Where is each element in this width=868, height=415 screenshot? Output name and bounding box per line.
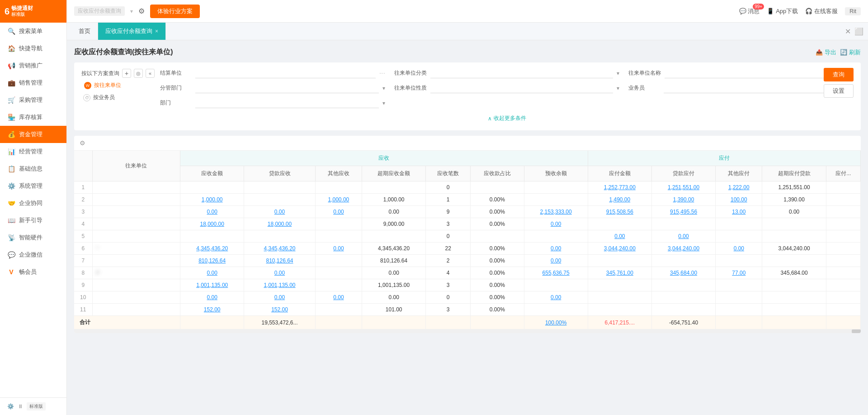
row-cell[interactable] (716, 304, 762, 316)
row-cell[interactable] (588, 279, 651, 291)
row-cell[interactable] (244, 194, 315, 206)
row-cell[interactable] (524, 304, 588, 316)
row-cell[interactable] (315, 218, 362, 230)
row-cell[interactable]: 810,126.64 (180, 255, 244, 267)
row-cell[interactable] (588, 255, 651, 267)
sidebar-item-collab[interactable]: 🤝 企业协同 (0, 195, 66, 212)
row-cell[interactable] (180, 230, 244, 243)
filter-collapse-icon[interactable]: « (146, 69, 155, 78)
filter-dots-settlement[interactable]: ··· (379, 69, 385, 77)
row-cell[interactable] (315, 279, 362, 291)
row-cell[interactable] (524, 230, 588, 243)
row-cell[interactable]: 0.00 (244, 206, 315, 218)
row-cell[interactable]: 0.00 (524, 291, 588, 304)
filter-chevron-partner-type[interactable]: ▾ (617, 70, 619, 76)
row-cell[interactable]: 0.00 (651, 230, 715, 243)
sidebar-item-system[interactable]: ⚙️ 系统管理 (0, 177, 66, 195)
message-badge[interactable]: 💬 消息 99+ (739, 7, 760, 15)
row-cell[interactable] (716, 279, 762, 291)
sidebar-item-basic[interactable]: 📋 基础信息 (0, 160, 66, 177)
settings-icon[interactable]: ⚙️ (7, 403, 14, 410)
table-gear-icon[interactable]: ⚙ (80, 139, 85, 147)
sidebar-item-hardware[interactable]: 📡 智能硬件 (0, 229, 66, 246)
row-cell[interactable]: 77.00 (716, 267, 762, 279)
row-cell[interactable] (315, 230, 362, 243)
row-cell[interactable] (244, 230, 315, 243)
row-cell[interactable]: 152.00 (244, 304, 315, 316)
row-cell[interactable]: 100.00 (716, 194, 762, 206)
row-cell[interactable] (524, 194, 588, 206)
row-cell[interactable]: 1,001,135.00 (244, 279, 315, 291)
sidebar-item-purchase[interactable]: 🛒 采购管理 (0, 91, 66, 109)
row-cell[interactable]: 3,044,240.00 (588, 243, 651, 255)
window-max-icon[interactable]: ⬜ (854, 27, 863, 36)
refresh-button[interactable]: 🔄 刷新 (840, 48, 861, 57)
row-cell[interactable]: 0.00 (524, 255, 588, 267)
row-cell[interactable]: 4,345,436.20 (244, 243, 315, 255)
filter-input-partner-nature[interactable] (430, 83, 613, 93)
sidebar-item-marketing[interactable]: 📢 营销推广 (0, 57, 66, 74)
row-cell[interactable]: 345,761.00 (588, 267, 651, 279)
row-cell[interactable] (524, 279, 588, 291)
row-cell[interactable] (651, 304, 715, 316)
sidebar-item-warehouse[interactable]: 🏪 库存核算 (0, 109, 66, 126)
filter-input-settlement[interactable] (195, 68, 376, 78)
row-cell[interactable] (651, 279, 715, 291)
export-button[interactable]: 📤 导出 (816, 48, 836, 57)
tab-home[interactable]: 首页 (71, 23, 98, 40)
filter-chevron-sub-dept[interactable]: ▾ (382, 100, 385, 106)
row-cell[interactable]: 18,000.00 (180, 218, 244, 230)
tab-ar-query[interactable]: 应收应付余额查询 × (98, 23, 166, 40)
sidebar-item-guide[interactable]: 📖 新手引导 (0, 212, 66, 229)
horizontal-scrollbar[interactable] (74, 329, 861, 333)
collapse-bar[interactable]: ∧ 收起更多条件 (160, 112, 854, 125)
row-cell[interactable]: 1,000.00 (315, 194, 362, 206)
row-cell[interactable]: 1,001,135.00 (180, 279, 244, 291)
filter-input-sub-dept[interactable] (195, 98, 379, 108)
row-cell[interactable]: 0.00 (315, 291, 362, 304)
row-cell[interactable]: 3,044,240.00 (651, 243, 715, 255)
window-close-icon[interactable]: ✕ (845, 27, 851, 36)
row-cell[interactable] (716, 230, 762, 243)
set-button[interactable]: 设置 (824, 84, 854, 98)
pause-icon[interactable]: ⏸ (18, 403, 23, 410)
tab-close-icon[interactable]: × (155, 28, 158, 34)
filter-tab-partner[interactable]: W 按往来单位 (81, 81, 155, 90)
row-cell[interactable]: 1,390.00 (651, 194, 715, 206)
row-cell[interactable] (651, 218, 715, 230)
row-cell[interactable]: 0.00 (244, 291, 315, 304)
row-cell[interactable] (315, 267, 362, 279)
row-cell[interactable]: 0.00 (180, 291, 244, 304)
row-cell[interactable]: 4,345,436.20 (180, 243, 244, 255)
row-cell[interactable]: 345,684.00 (651, 267, 715, 279)
row-cell[interactable]: 0.00 (315, 206, 362, 218)
row-cell[interactable] (315, 255, 362, 267)
row-cell[interactable]: 1,490.00 (588, 194, 651, 206)
row-cell[interactable]: 0.00 (315, 243, 362, 255)
row-cell[interactable]: 810,126.64 (244, 255, 315, 267)
filter-tab-salesman[interactable]: ⏱ 按业务员 (81, 93, 155, 102)
row-cell[interactable] (716, 291, 762, 304)
topbar-gear-icon[interactable]: ⚙ (138, 7, 145, 15)
row-cell[interactable]: 0.00 (244, 267, 315, 279)
filter-input-salesman[interactable] (664, 83, 844, 93)
row-cell[interactable]: 915,495.56 (651, 206, 715, 218)
row-cell[interactable]: 1,251,551.00 (651, 181, 715, 194)
row-cell[interactable] (651, 255, 715, 267)
row-cell[interactable] (716, 218, 762, 230)
row-cell[interactable] (651, 291, 715, 304)
filter-add-icon[interactable]: + (122, 69, 131, 78)
row-cell[interactable] (588, 291, 651, 304)
footer-ar-prepay[interactable]: 100.00% (524, 316, 588, 329)
row-cell[interactable]: 152.00 (180, 304, 244, 316)
sidebar-item-wechat[interactable]: 💬 企业微信 (0, 246, 66, 263)
sidebar-item-operations[interactable]: 📊 经营管理 (0, 143, 66, 160)
sidebar-item-member[interactable]: V 畅会员 (0, 263, 66, 281)
filter-chevron-partner-nature[interactable]: ▾ (617, 85, 619, 91)
row-cell[interactable]: 0.00 (588, 230, 651, 243)
row-cell[interactable]: 0.00 (180, 206, 244, 218)
footer-ar-amount[interactable] (180, 316, 244, 329)
sidebar-item-finance[interactable]: 💰 资金管理 (0, 126, 66, 143)
row-cell[interactable] (588, 304, 651, 316)
sidebar-item-sales[interactable]: 💼 销售管理 (0, 74, 66, 91)
